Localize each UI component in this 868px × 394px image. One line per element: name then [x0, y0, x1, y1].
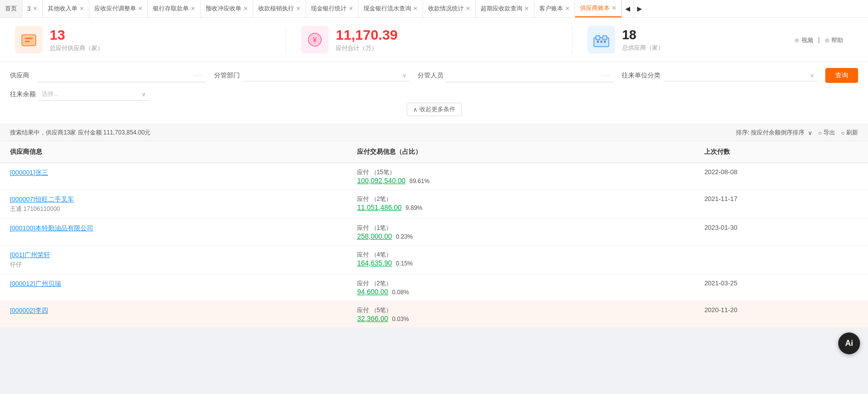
supplier-table-container: 供应商信息 应付交易信息（占比） 上次付数 [000001]张三 应付 （15笔…	[0, 141, 868, 328]
supplier-link[interactable]: [000100]本特勤油品有限公司	[10, 224, 93, 232]
supplier-link[interactable]: [001]广州荣轩	[10, 251, 50, 259]
ap-amount[interactable]: 100,092,540.00	[357, 177, 405, 185]
nav-item-bank-deposit[interactable]: 银行存取款单 ✕	[148, 0, 201, 17]
ap-info-cell: 应付 （5笔） 32,366.00 0.03%	[347, 301, 694, 328]
nav-item-cash-bank-stats[interactable]: 现金银行统计 ✕	[306, 0, 359, 17]
nav-close-customer-ledger[interactable]: ✕	[565, 5, 570, 12]
summary-card-total-suppliers: 18 总供应商（家） ⊙ 视频 | ⊙ 帮助	[573, 26, 858, 54]
supplier-info-cell: [001]广州荣轩仔仔	[0, 246, 347, 274]
supplier-link[interactable]: [000007]恒旺二手叉车	[10, 196, 74, 203]
summary-number-total-suppliers: 18	[622, 27, 664, 43]
nav-close-3[interactable]: ✕	[33, 5, 37, 12]
search-button[interactable]: 查询	[825, 68, 858, 83]
table-row: [000100]本特勤油品有限公司 应付 （1笔） 258,000.00 0.2…	[0, 219, 868, 246]
ap-info-cell: 应付 （2笔） 94,600.00 0.08%	[347, 274, 694, 301]
refresh-button[interactable]: ○ 刷新	[841, 129, 858, 137]
nav-item-customer-ledger[interactable]: 客户账本 ✕	[534, 0, 575, 17]
nav-item-other-income[interactable]: 其他收入单 ✕	[43, 0, 89, 17]
supplier-sub: 王通 17106110000	[10, 205, 337, 213]
ap-label: 应付 （15笔）	[357, 168, 684, 177]
supplier-link[interactable]: [000012]广州贝瑞	[10, 280, 61, 287]
ap-info-cell: 应付 （2笔） 11,051,486.00 9.89%	[347, 190, 694, 219]
supplier-link[interactable]: [000001]张三	[10, 169, 48, 176]
nav-item-prepay-offset[interactable]: 预收冲应收单 ✕	[201, 0, 253, 17]
ap-amount[interactable]: 258,000.00	[357, 232, 392, 240]
collapse-icon: ∧	[413, 106, 418, 113]
col-supplier-info: 供应商信息	[0, 141, 347, 163]
filter-row-1: 供应商 ··· 分管部门 ∨ 分管人员 ··· 往来单位分类 ∨	[10, 68, 858, 83]
nav-close-overdue-query[interactable]: ✕	[524, 5, 529, 12]
summary-card-ap-suppliers: 13 总应付供应商（家）	[10, 26, 286, 54]
table-row: [000001]张三 应付 （15笔） 100,092,540.00 89.61…	[0, 163, 868, 190]
nav-close-ar-ap-adjust[interactable]: ✕	[138, 5, 143, 12]
nav-label-ar-ap-adjust: 应收应付调整单	[94, 4, 136, 13]
svg-rect-7	[603, 36, 607, 40]
supplier-label: 供应商	[10, 71, 35, 80]
sort-text: 排序: 按应付余额倒序排序	[736, 129, 805, 137]
nav-item-home[interactable]: 首页	[0, 0, 22, 17]
last-pay-date: 2021-03-25	[704, 279, 737, 287]
result-info: 搜索结果中，供应商13家 应付金额 111,703,854.00元	[10, 129, 150, 137]
ap-amount[interactable]: 164,635.90	[357, 259, 392, 267]
nav-item-ar-ap-adjust[interactable]: 应收应付调整单 ✕	[89, 0, 148, 17]
collapse-button[interactable]: ∧ 收起更多条件	[407, 103, 462, 116]
nav-item-overdue-query[interactable]: 超期应收款查询 ✕	[476, 0, 534, 17]
supplier-input[interactable]	[40, 69, 194, 81]
filter-category: 往来单位分类 ∨	[622, 70, 818, 81]
ap-pct: 89.61%	[410, 178, 430, 185]
nav-label-3: 3	[27, 5, 31, 12]
person-input[interactable]	[448, 69, 602, 81]
ap-amount-row: 258,000.00 0.23%	[357, 232, 684, 240]
sort-label[interactable]: 排序: 按应付余额倒序排序∨	[736, 129, 812, 137]
video-link[interactable]: ⊙ 视频	[795, 36, 813, 45]
last-pay-cell: 2020-11-20	[694, 301, 868, 328]
ap-pct: 0.15%	[396, 260, 413, 267]
ap-amount-row: 164,635.90 0.15%	[357, 259, 684, 267]
nav-item-collection-stats[interactable]: 收款情况统计 ✕	[423, 0, 476, 17]
ap-info-cell: 应付 （4笔） 164,635.90 0.15%	[347, 246, 694, 274]
table-row: [000007]恒旺二手叉车王通 17106110000 应付 （2笔） 11,…	[0, 190, 868, 219]
nav-item-collection-exec[interactable]: 收款核销执行 ✕	[253, 0, 306, 17]
filter-area: 供应商 ··· 分管部门 ∨ 分管人员 ··· 往来单位分类 ∨	[0, 62, 868, 125]
ap-amount[interactable]: 94,600.00	[357, 288, 388, 296]
nav-item-cash-flow-query[interactable]: 现金银行流水查询 ✕	[359, 0, 423, 17]
ap-label: 应付 （4笔）	[357, 251, 684, 259]
col-last-pay: 上次付数	[694, 141, 868, 163]
nav-item-3[interactable]: 3 ✕	[22, 0, 43, 17]
ap-pct: 9.89%	[406, 204, 423, 211]
ap-amount[interactable]: 32,366.00	[357, 315, 388, 323]
category-select[interactable]: ∨	[663, 70, 818, 81]
ap-pct: 0.23%	[396, 233, 413, 240]
nav-close-other-income[interactable]: ✕	[79, 5, 84, 12]
summary-number-ap-suppliers: 13	[50, 27, 103, 44]
nav-item-supplier-ledger[interactable]: 供应商账本 ✕	[575, 0, 622, 17]
dept-select[interactable]: ∨	[243, 70, 410, 81]
nav-label-overdue-query: 超期应收款查询	[481, 4, 522, 13]
ap-amount[interactable]: 11,051,486.00	[357, 203, 402, 211]
supplier-link[interactable]: [000002]李四	[10, 307, 48, 314]
nav-label-other-income: 其他收入单	[48, 4, 77, 13]
export-button[interactable]: ○ 导出	[818, 129, 835, 137]
ap-label: 应付 （5笔）	[357, 306, 684, 315]
nav-label-supplier-ledger: 供应商账本	[580, 4, 610, 12]
nav-close-cash-bank-stats[interactable]: ✕	[349, 5, 353, 12]
ap-info-cell: 应付 （1笔） 258,000.00 0.23%	[347, 219, 694, 246]
svg-rect-2	[25, 41, 30, 42]
nav-close-prepay-offset[interactable]: ✕	[243, 5, 248, 12]
nav-close-bank-deposit[interactable]: ✕	[191, 5, 195, 12]
nav-arrow-right[interactable]: ▶	[634, 0, 646, 18]
help-link[interactable]: ⊙ 帮助	[825, 36, 843, 45]
summary-icon-total-suppliers	[587, 26, 615, 54]
ap-amount-row: 32,366.00 0.03%	[357, 315, 684, 323]
nav-arrow-left[interactable]: ◀	[622, 0, 634, 18]
svg-rect-0	[22, 35, 36, 46]
supplier-info-cell: [000007]恒旺二手叉车王通 17106110000	[0, 190, 347, 219]
nav-label-collection-stats: 收款情况统计	[428, 4, 464, 13]
nav-close-supplier-ledger[interactable]: ✕	[612, 5, 616, 11]
nav-close-cash-flow-query[interactable]: ✕	[413, 5, 418, 12]
svg-text:¥: ¥	[313, 36, 317, 44]
nav-close-collection-exec[interactable]: ✕	[296, 5, 300, 12]
balance-select[interactable]: 选择... ∨	[39, 88, 149, 101]
nav-close-collection-stats[interactable]: ✕	[466, 5, 470, 12]
supplier-table: 供应商信息 应付交易信息（占比） 上次付数 [000001]张三 应付 （15笔…	[0, 141, 868, 328]
